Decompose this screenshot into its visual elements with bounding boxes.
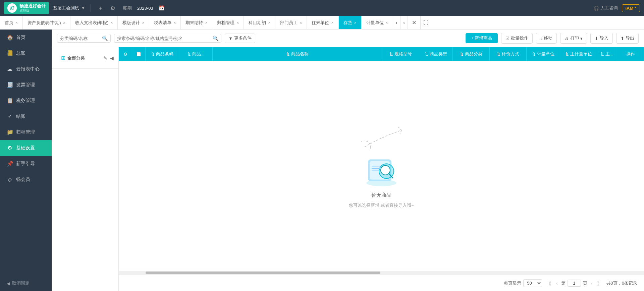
print-button[interactable]: 🖨 打印 ▾ [560,33,587,44]
th-extra[interactable]: ⇅ 主... [597,47,617,61]
tab-template[interactable]: 模版设计 × [118,16,149,30]
tab-next-button[interactable]: › [400,16,408,30]
main-search-icon[interactable]: 🔍 [213,36,218,41]
tab-period-carry[interactable]: 期末结转 × [181,16,212,30]
home-icon: 🏠 [7,34,13,41]
company-selector[interactable]: 基层工会测试 ▼ [53,5,85,11]
th-code[interactable]: ⇅ 商品... [179,47,213,61]
tab-inventory-close[interactable]: × [354,20,357,25]
th-product-type[interactable]: ⇅ 商品类型 [419,47,453,61]
batch-operation-button[interactable]: ☑ 批量操作 [501,33,533,44]
main-layout: 🏠 首页 📒 总账 ☁ 云报表中心 🧾 发票管理 📋 税务管理 ✓ 结账 📁 归… [0,30,644,291]
tab-dept-staff-close[interactable]: × [300,20,302,25]
th-product-type-label: 商品类型 [430,51,447,57]
all-categories-item[interactable]: ⊞ 全部分类 [56,51,90,64]
category-search-input[interactable] [60,36,100,41]
tab-dept-staff[interactable]: 部门员工 × [275,16,307,30]
sidebar-item-archive[interactable]: 📁 归档管理 [0,124,52,140]
settings-icon[interactable]: ⚙ [109,4,116,13]
add-tab-button[interactable]: ＋ [96,3,105,13]
th-checkbox[interactable] [132,47,146,61]
tab-home-close[interactable]: × [15,20,18,25]
th-category-sort-icon: ⇅ [460,52,464,57]
logo-area[interactable]: 好 畅捷通好会计 旗舰版 [4,2,49,14]
th-category[interactable]: ⇅ 商品分类 [453,47,490,61]
tab-income-close[interactable]: × [110,20,113,25]
tab-subject-init-label: 科目期初 [249,20,266,26]
calendar-icon[interactable]: 📅 [159,5,164,11]
tab-unit-close[interactable]: × [386,20,388,25]
tab-period-carry-close[interactable]: × [205,20,207,25]
tab-unit[interactable]: 计量单位 × [362,16,393,30]
sidebar-item-tax[interactable]: 📋 税务管理 [0,93,52,108]
iam-button[interactable]: iAM * [622,4,640,12]
th-price-method[interactable]: ⇅ 计价方式 [490,47,527,61]
tab-template-close[interactable]: × [142,20,144,25]
tab-balance-sheet[interactable]: 资产负债表(中期) × [23,16,70,30]
th-unit-sort-icon: ⇅ [532,52,536,57]
th-main-unit[interactable]: ⇅ 主计量单位 [560,47,597,61]
main-search-box[interactable]: 🔍 [114,34,221,43]
sidebar-item-ledger[interactable]: 📒 总账 [0,45,52,61]
tab-customers[interactable]: 往来单位 × [307,16,338,30]
sidebar-item-home[interactable]: 🏠 首页 [0,30,52,45]
help-label: 人工咨询 [600,5,618,11]
sidebar-item-member[interactable]: ◇ 畅会员 [0,172,52,187]
select-all-checkbox[interactable] [137,52,141,56]
add-product-button[interactable]: + 新增商品 [466,33,497,43]
sidebar-item-basic-settings[interactable]: ⚙ 基础设置 [0,140,52,156]
tab-inventory[interactable]: 存货 × [339,16,362,30]
tab-archive[interactable]: 归档管理 × [212,16,244,30]
page-input[interactable] [568,280,581,287]
sidebar-item-guide[interactable]: 📌 新手引导 [0,156,52,172]
th-name[interactable]: ⇅ 商品名称 [213,47,382,61]
tab-customers-close[interactable]: × [331,20,333,25]
left-category-panel: ⊞ 全部分类 ✎ ◀ [52,47,119,291]
total-records-label: 共0页，0条记录 [606,280,637,286]
tab-subject-init-close[interactable]: × [268,20,270,25]
tab-bar: 首页 × 资产负债表(中期) × 收入支出表(年报) × 模版设计 × 税表清单… [0,16,644,30]
sidebar-collapse-button[interactable]: ◀ 取消固定 [0,276,52,291]
print-chevron: ▾ [580,36,583,41]
category-search-box[interactable]: 🔍 [57,34,111,43]
th-barcode[interactable]: ⇅ 商品条码 [146,47,179,61]
export-button[interactable]: ⬆ 导出 [616,33,639,44]
page-size-select[interactable]: 50 100 200 [523,279,542,287]
period-label: 账期 [123,5,132,11]
edit-category-button[interactable]: ✎ [103,55,107,61]
print-icon: 🖨 [565,36,569,41]
tab-tax-list[interactable]: 税表清单 × [149,16,181,30]
th-spec-sort-icon: ⇅ [389,52,393,57]
tab-expand-button[interactable]: ⛶ [421,16,431,30]
horizontal-scrollbar[interactable] [119,271,644,275]
tab-tax-list-close[interactable]: × [173,20,176,25]
tab-home[interactable]: 首页 × [0,16,23,30]
company-name: 基层工会测试 [53,5,79,11]
first-page-button[interactable]: ⟪ [547,281,553,286]
tab-balance-close[interactable]: × [63,20,65,25]
category-search-icon[interactable]: 🔍 [102,36,108,41]
collapse-panel-button[interactable]: ◀ [110,55,114,61]
prev-page-button[interactable]: ‹ [555,281,559,286]
help-button[interactable]: 🎧 人工咨询 [594,5,618,11]
th-code-sort-icon: ⇅ [187,52,191,57]
move-button[interactable]: ↕ 移动 [536,33,557,44]
sidebar-item-report[interactable]: ☁ 云报表中心 [0,61,52,77]
th-settings[interactable]: ⚙ [119,47,132,61]
tab-archive-close[interactable]: × [236,20,239,25]
th-unit[interactable]: ⇅ 计量单位 [527,47,560,61]
main-search-input[interactable] [117,36,211,41]
tab-income[interactable]: 收入支出表(年报) × [70,16,118,30]
tab-subject-init[interactable]: 科目期初 × [244,16,275,30]
search-row: 🔍 🔍 ▼ 更多条件 + 新增商品 ☑ 批量操作 ↕ [52,30,644,47]
next-page-button[interactable]: › [589,281,594,286]
import-button[interactable]: ⬇ 导入 [590,33,613,44]
sidebar-item-close[interactable]: ✓ 结账 [0,108,52,124]
filter-button[interactable]: ▼ 更多条件 [225,34,255,43]
last-page-button[interactable]: ⟫ [596,281,601,286]
sidebar-item-invoice[interactable]: 🧾 发票管理 [0,77,52,93]
th-spec[interactable]: ⇅ 规格型号 [382,47,419,61]
scrollbar-thumb[interactable] [146,272,380,274]
tab-prev-button[interactable]: ‹ [393,16,400,30]
tab-close-all-button[interactable]: ✕ [408,16,421,30]
